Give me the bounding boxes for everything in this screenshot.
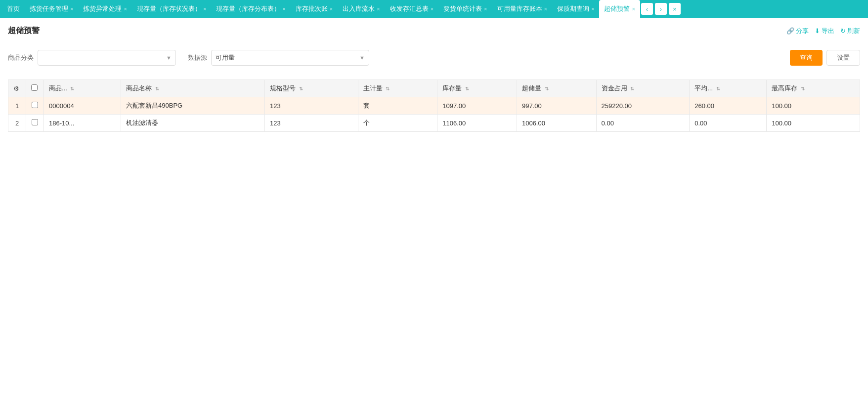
table-row: 1 0000004 六配套新昌490BPG 123 套 1097.00 997.… — [8, 97, 860, 115]
sort-icon: ⇅ — [545, 86, 549, 91]
nav-item-6[interactable]: 出入库流水 × — [338, 0, 385, 18]
product-code-header[interactable]: 商品... ⇅ — [44, 80, 121, 97]
unit-cell: 套 — [358, 97, 437, 115]
share-icon: 🔗 — [786, 27, 794, 35]
category-label: 商品分类 — [8, 53, 34, 62]
nav-item-1[interactable]: 拣货任务管理 × — [25, 0, 78, 18]
stock-header[interactable]: 库存量 ⇅ — [437, 80, 517, 97]
nav-item-10[interactable]: 保质期查询 × — [552, 0, 599, 18]
nav-arrow-left[interactable]: ‹ — [641, 3, 653, 15]
avg-cell: 260.00 — [690, 97, 767, 115]
max-stock-cell: 100.00 — [767, 97, 860, 115]
close-icon[interactable]: × — [484, 6, 487, 12]
row-checkbox[interactable] — [32, 119, 38, 125]
product-code-cell: 0000004 — [44, 97, 121, 115]
overstock-header[interactable]: 超储量 ⇅ — [517, 80, 596, 97]
sort-icon: ⇅ — [716, 86, 720, 91]
nav-bar: 首页 拣货任务管理 × 拣货异常处理 × 现存量（库存状况表） × 现存量（库存… — [0, 0, 868, 18]
table-row: 2 186-10... 机油滤清器 123 个 1106.00 1006.00 … — [8, 115, 860, 132]
page-content: 超储预警 🔗 分享 ⬇ 导出 ↻ 刷新 商品分类 ▼ 数据源 — [0, 18, 868, 395]
gear-icon: ⚙ — [13, 85, 19, 92]
close-icon[interactable]: × — [124, 6, 127, 12]
spec-header[interactable]: 规格型号 ⇅ — [265, 80, 358, 97]
close-icon[interactable]: × — [203, 6, 206, 12]
stock-cell: 1106.00 — [437, 115, 517, 132]
unit-cell: 个 — [358, 115, 437, 132]
category-select[interactable]: ▼ — [38, 50, 176, 66]
close-icon[interactable]: × — [330, 6, 333, 12]
chevron-down-icon: ▼ — [166, 55, 172, 61]
sort-icon: ⇅ — [299, 86, 303, 91]
row-number: 2 — [8, 115, 26, 132]
nav-arrow-close[interactable]: × — [669, 3, 681, 15]
table-header-row: ⚙ 商品... ⇅ 商品名称 ⇅ 规格型号 ⇅ 主计量 — [8, 80, 860, 97]
header-actions: 🔗 分享 ⬇ 导出 ↻ 刷新 — [786, 27, 860, 36]
sort-icon: ⇅ — [70, 86, 74, 91]
product-name-header[interactable]: 商品名称 ⇅ — [121, 80, 265, 97]
product-name-cell: 六配套新昌490BPG — [121, 97, 265, 115]
datasource-select[interactable]: 可用量 ▼ — [211, 50, 369, 66]
nav-item-3[interactable]: 现存量（库存状况表） × — [132, 0, 211, 18]
product-code-cell: 186-10... — [44, 115, 121, 132]
capital-cell: 259220.00 — [596, 97, 690, 115]
query-button[interactable]: 查询 — [790, 50, 823, 66]
export-icon: ⬇ — [815, 27, 820, 35]
nav-item-8[interactable]: 要货单统计表 × — [438, 0, 492, 18]
settings-column-header[interactable]: ⚙ — [8, 80, 26, 97]
sort-icon: ⇅ — [386, 86, 390, 91]
datasource-value: 可用量 — [216, 53, 235, 62]
category-filter: 商品分类 ▼ — [8, 50, 176, 66]
row-checkbox[interactable] — [32, 102, 38, 108]
nav-item-9[interactable]: 可用量库存账本 × — [492, 0, 552, 18]
capital-header[interactable]: 资金占用 ⇅ — [596, 80, 690, 97]
data-table: ⚙ 商品... ⇅ 商品名称 ⇅ 规格型号 ⇅ 主计量 — [8, 79, 860, 132]
settings-button[interactable]: 设置 — [826, 50, 860, 66]
max-stock-cell: 100.00 — [767, 115, 860, 132]
unit-header[interactable]: 主计量 ⇅ — [358, 80, 437, 97]
nav-item-5[interactable]: 库存批次账 × — [291, 0, 338, 18]
spec-cell: 123 — [265, 97, 358, 115]
close-icon[interactable]: × — [632, 6, 635, 12]
close-icon[interactable]: × — [282, 6, 285, 12]
chevron-down-icon: ▼ — [359, 55, 365, 61]
capital-cell: 0.00 — [596, 115, 690, 132]
nav-item-7[interactable]: 收发存汇总表 × — [385, 0, 438, 18]
close-icon[interactable]: × — [431, 6, 434, 12]
spec-cell: 123 — [265, 115, 358, 132]
sort-icon: ⇅ — [155, 86, 159, 91]
nav-arrow-right[interactable]: › — [655, 3, 667, 15]
select-all-checkbox[interactable] — [31, 84, 38, 91]
refresh-icon: ↻ — [840, 27, 846, 35]
close-icon[interactable]: × — [70, 6, 73, 12]
export-button[interactable]: ⬇ 导出 — [815, 27, 834, 36]
avg-cell: 0.00 — [690, 115, 767, 132]
close-icon[interactable]: × — [544, 6, 547, 12]
row-checkbox-cell[interactable] — [26, 97, 44, 115]
checkbox-column-header[interactable] — [26, 80, 44, 97]
datasource-filter: 数据源 可用量 ▼ — [188, 50, 369, 66]
nav-item-home[interactable]: 首页 — [2, 0, 25, 18]
max-stock-header[interactable]: 最高库存 ⇅ — [767, 80, 860, 97]
row-checkbox-cell[interactable] — [26, 115, 44, 132]
share-button[interactable]: 🔗 分享 — [786, 27, 809, 36]
close-icon[interactable]: × — [591, 6, 594, 12]
filter-bar: 商品分类 ▼ 数据源 可用量 ▼ 查询 设置 — [8, 44, 860, 72]
close-icon[interactable]: × — [377, 6, 380, 12]
sort-icon: ⇅ — [630, 86, 634, 91]
sort-icon: ⇅ — [801, 86, 805, 91]
product-name-cell: 机油滤清器 — [121, 115, 265, 132]
avg-header[interactable]: 平均... ⇅ — [690, 80, 767, 97]
stock-cell: 1097.00 — [437, 97, 517, 115]
nav-item-active[interactable]: 超储预警 × — [599, 0, 640, 18]
page-title: 超储预警 — [8, 26, 40, 36]
nav-item-4[interactable]: 现存量（库存分布表） × — [211, 0, 290, 18]
nav-item-2[interactable]: 拣货异常处理 × — [78, 0, 131, 18]
overstock-cell: 1006.00 — [517, 115, 596, 132]
page-header: 超储预警 🔗 分享 ⬇ 导出 ↻ 刷新 — [8, 26, 860, 36]
refresh-button[interactable]: ↻ 刷新 — [840, 27, 860, 36]
datasource-label: 数据源 — [188, 53, 207, 62]
sort-icon: ⇅ — [465, 86, 469, 91]
overstock-cell: 997.00 — [517, 97, 596, 115]
row-number: 1 — [8, 97, 26, 115]
